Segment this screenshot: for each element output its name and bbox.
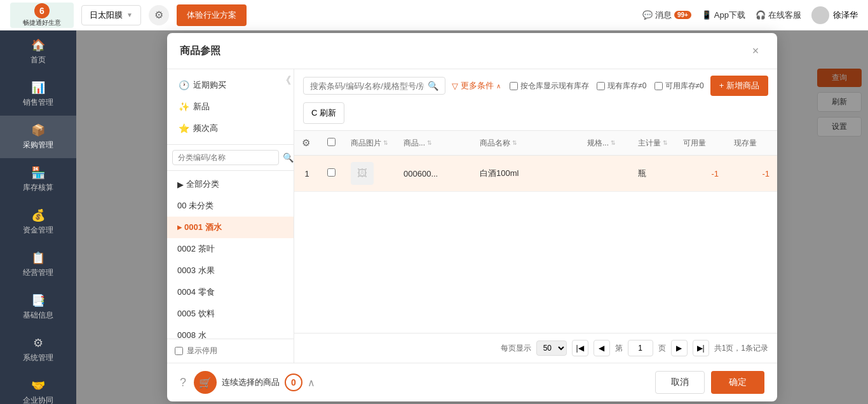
collapse-cat-button[interactable]: 《	[281, 74, 291, 88]
page-suffix-label: 页	[658, 343, 666, 354]
product-search-icon[interactable]: 🔍	[428, 81, 438, 91]
new-items-item[interactable]: ✨ 新品	[172, 96, 288, 118]
app-icon: 📱	[702, 10, 712, 20]
th-unit-sort[interactable]: 主计量 ⇅	[638, 138, 668, 149]
checkbox-available-stock[interactable]: 可用库存≠0	[654, 81, 704, 91]
sidebar-item-home[interactable]: 🏠 首页	[0, 30, 76, 73]
th-code-sort[interactable]: 商品... ⇅	[403, 138, 465, 149]
show-disabled-checkbox[interactable]	[175, 347, 183, 355]
category-search-input[interactable]	[172, 150, 279, 165]
sidebar-label-sales: 销售管理	[23, 97, 53, 108]
cat-beverage[interactable]: 0005 饮料	[167, 303, 294, 325]
cat-water[interactable]: 0008 水	[167, 325, 294, 339]
modal-header: 商品参照 ×	[167, 33, 777, 69]
cat-tea[interactable]: 0002 茶叶	[167, 238, 294, 260]
sidebar-item-system[interactable]: ⚙ 系统管理	[0, 328, 76, 371]
recent-icon: 🕐	[179, 80, 189, 90]
purchase-icon: 📦	[31, 123, 45, 137]
frequent-label: 频次高	[193, 123, 218, 134]
category-search-icon[interactable]: 🔍	[283, 152, 294, 163]
page-next-button[interactable]: ▶	[671, 340, 688, 356]
per-page-select[interactable]: 50	[536, 340, 567, 356]
cat-liquor[interactable]: ▶ 0001 酒水	[167, 217, 294, 238]
cart-icon: 🛒	[194, 371, 217, 394]
sidebar-label-finance: 资金管理	[23, 225, 53, 236]
add-product-button[interactable]: + 新增商品	[710, 76, 768, 96]
chevron-up-icon[interactable]: ∧	[308, 377, 315, 389]
page-last-button[interactable]: ▶|	[693, 340, 709, 356]
cat-footer: 显示停用	[167, 339, 294, 363]
th-code-label: 商品...	[403, 138, 425, 149]
brand-logo: 6 畅捷通好生意	[10, 3, 74, 28]
content-area: 查询 刷新 设置 商品参照 × 🕐	[76, 30, 868, 404]
th-name-sort[interactable]: 商品名称 ⇅	[480, 138, 572, 149]
service-icon: 🎧	[756, 10, 766, 20]
product-search-input[interactable]	[310, 81, 424, 91]
online-service-item[interactable]: 🎧 在线客服	[756, 10, 801, 21]
cat-panel-nav: 🕐 近期购买 ✨ 新品 ⭐ 频次高 《	[167, 69, 294, 145]
user-name: 徐泽华	[833, 10, 858, 21]
checkbox-available-stock-input[interactable]	[654, 82, 663, 90]
modal-overlay: 商品参照 × 🕐 近期购买 ✨	[76, 30, 868, 404]
checkbox-warehouse[interactable]: 按仓库显示现有库存	[510, 81, 589, 91]
right-panel: 🔍 ▽ 更多条件 ∧ 按仓库显示现有库存	[294, 69, 777, 363]
img-placeholder-icon: 🖼	[357, 168, 367, 179]
try-industry-button[interactable]: 体验行业方案	[177, 4, 247, 26]
page-first-button[interactable]: |◀	[572, 340, 588, 356]
messages-item[interactable]: 💬 消息 99+	[642, 10, 691, 21]
refresh-button[interactable]: C 刷新	[303, 102, 344, 124]
cat-fruit[interactable]: 0003 水果	[167, 260, 294, 281]
th-code: 商品... ⇅	[396, 131, 472, 156]
footer-actions: 取消 确定	[655, 371, 764, 394]
th-image-sort[interactable]: 商品图片 ⇅	[351, 138, 388, 149]
sidebar-item-finance[interactable]: 💰 资金管理	[0, 201, 76, 243]
sort-icon-spec: ⇅	[611, 140, 616, 146]
page-prev-button[interactable]: ◀	[593, 340, 610, 356]
sidebar-item-purchase[interactable]: 📦 采购管理	[0, 116, 76, 158]
sidebar-item-basic-info[interactable]: 📑 基础信息	[0, 286, 76, 328]
modal-close-button[interactable]: ×	[747, 42, 764, 60]
recent-purchase-item[interactable]: 🕐 近期购买	[172, 74, 288, 96]
sidebar-item-operations[interactable]: 📋 经营管理	[0, 243, 76, 286]
row-select-checkbox[interactable]	[327, 168, 336, 177]
pagination: 每页显示 50 |◀ ◀ 第 页 ▶ ▶| 共1页，1条记录	[294, 333, 777, 363]
th-image: 商品图片 ⇅	[343, 131, 396, 156]
settings-button[interactable]: ⚙	[149, 5, 169, 25]
sidebar-label-inventory: 库存核算	[23, 182, 53, 193]
table-row[interactable]: 1 🖼	[294, 156, 777, 192]
select-all-checkbox[interactable]	[327, 138, 336, 146]
user-avatar-area[interactable]: 徐泽华	[811, 6, 858, 24]
checkbox-existing-stock-input[interactable]	[597, 82, 605, 90]
new-label: 新品	[193, 101, 210, 112]
row-stock-cell: -1	[726, 156, 777, 192]
sidebar-item-sales[interactable]: 📊 销售管理	[0, 73, 76, 116]
modal-body: 🕐 近期购买 ✨ 新品 ⭐ 频次高 《	[167, 69, 777, 363]
filter-checkboxes: 按仓库显示现有库存 现有库存≠0 可用库存≠0	[510, 81, 704, 91]
app-download-item[interactable]: 📱 App下载	[702, 10, 745, 21]
more-filters-button[interactable]: ▽ 更多条件 ∧	[452, 80, 501, 91]
finance-icon: 💰	[31, 208, 45, 222]
store-name: 日太阳膜	[90, 10, 123, 21]
product-search-box: 🔍	[303, 77, 445, 95]
sales-icon: 📊	[31, 81, 45, 95]
th-checkbox	[320, 131, 343, 156]
th-spec-sort[interactable]: 规格... ⇅	[587, 138, 623, 149]
help-icon[interactable]: ?	[180, 376, 186, 389]
cancel-button[interactable]: 取消	[655, 371, 705, 394]
table-settings-icon[interactable]: ⚙	[302, 137, 310, 148]
checkbox-warehouse-input[interactable]	[510, 82, 518, 90]
store-dropdown[interactable]: 日太阳膜 ▼	[81, 5, 141, 25]
category-panel: 🕐 近期购买 ✨ 新品 ⭐ 频次高 《	[167, 69, 294, 363]
confirm-button[interactable]: 确定	[711, 371, 764, 394]
page-number-input[interactable]	[628, 340, 653, 356]
sidebar-item-inventory[interactable]: 🏪 库存核算	[0, 158, 76, 201]
sidebar-label-system: 系统管理	[23, 353, 53, 363]
checkbox-existing-stock[interactable]: 现有库存≠0	[597, 81, 646, 91]
cat-snack[interactable]: 0004 零食	[167, 281, 294, 303]
cat-all[interactable]: ▶ 全部分类	[167, 173, 294, 195]
cat-unclassified[interactable]: 00 未分类	[167, 195, 294, 217]
top-nav: 6 畅捷通好生意 日太阳膜 ▼ ⚙ 体验行业方案 💬 消息 99+ 📱 App下…	[0, 0, 868, 30]
sidebar-item-enterprise[interactable]: 🤝 企业协同	[0, 371, 76, 404]
show-disabled-label[interactable]: 显示停用	[187, 346, 217, 356]
frequent-items[interactable]: ⭐ 频次高	[172, 118, 288, 139]
